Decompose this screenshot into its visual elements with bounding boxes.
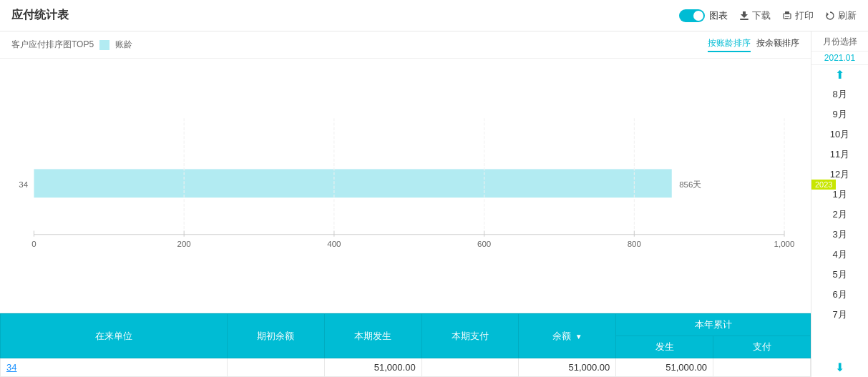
svg-rect-1 xyxy=(784,14,791,19)
download-button[interactable]: 下载 xyxy=(739,9,771,22)
sidebar-month-2[interactable]: 2月 xyxy=(811,205,868,225)
table-row: 34 51,000.00 51,000.00 51,000.00 xyxy=(1,358,811,377)
svg-text:600: 600 xyxy=(477,240,491,248)
sidebar-title: 月份选择 xyxy=(811,31,868,52)
svg-rect-3 xyxy=(785,16,789,17)
summary-table: 在来单位 期初余额 本期发生 本期支付 余额 ▼ 本年累计 发生 支付 xyxy=(0,313,811,377)
sidebar-month-4[interactable]: 4月 xyxy=(811,245,868,265)
svg-marker-5 xyxy=(826,12,829,16)
print-icon xyxy=(782,11,792,21)
svg-text:200: 200 xyxy=(177,240,191,248)
chart-toolbar: 客户应付排序图TOP5 账龄 按账龄排序 按余额排序 xyxy=(0,31,811,59)
refresh-button[interactable]: 刷新 xyxy=(825,9,857,22)
legend-text: 客户应付排序图TOP5 xyxy=(11,39,94,51)
chart-and-table-area: 客户应付排序图TOP5 账龄 按账龄排序 按余额排序 34 856天 xyxy=(0,31,811,377)
sidebar-month-10[interactable]: 10月 xyxy=(811,124,868,145)
col-header-opening: 期初余额 xyxy=(227,314,324,358)
summary-table-area: 在来单位 期初余额 本期发生 本期支付 余额 ▼ 本年累计 发生 支付 xyxy=(0,313,811,377)
chart-container: 34 856天 0 200 400 600 800 1, xyxy=(0,59,811,313)
col-header-balance: 余额 ▼ xyxy=(519,314,616,358)
year-badge: 2023 xyxy=(811,180,836,190)
sidebar-month-6[interactable]: 6月 xyxy=(811,285,868,305)
col-header-period-pay: 本期支付 xyxy=(421,314,519,358)
toggle-label: 图表 xyxy=(709,9,728,22)
download-label: 下载 xyxy=(752,9,771,22)
cell-balance: 51,000.00 xyxy=(519,358,616,377)
col-header-ytd-group: 本年累计 xyxy=(616,314,811,336)
svg-rect-4 xyxy=(785,18,788,19)
col-header-unit: 在来单位 xyxy=(1,314,228,358)
svg-text:0: 0 xyxy=(31,240,36,248)
unit-link[interactable]: 34 xyxy=(6,362,16,373)
chart-toggle-wrap[interactable]: 图表 xyxy=(679,9,728,22)
svg-text:1,000: 1,000 xyxy=(774,240,795,248)
bar-y-label: 34 xyxy=(19,180,28,189)
sidebar-down-arrow[interactable]: ⬇ xyxy=(811,358,868,377)
legend-box xyxy=(99,40,109,50)
cell-opening xyxy=(227,358,324,377)
sidebar-month-9[interactable]: 9月 xyxy=(811,104,868,124)
legend-box-label: 账龄 xyxy=(115,39,132,51)
bar-end-label: 856天 xyxy=(679,180,701,189)
header-actions: 图表 下载 打印 刷新 xyxy=(679,9,857,22)
sidebar-month-8[interactable]: 8月 xyxy=(811,84,868,104)
sidebar-collapse-button[interactable]: ▶ xyxy=(811,190,811,219)
cell-period-occur: 51,000.00 xyxy=(324,358,421,377)
sidebar-month-7[interactable]: 7月 xyxy=(811,305,868,325)
cell-period-pay xyxy=(421,358,519,377)
sidebar-month-5[interactable]: 5月 xyxy=(811,265,868,285)
main-content: 客户应付排序图TOP5 账龄 按账龄排序 按余额排序 34 856天 xyxy=(0,31,868,377)
page-title: 应付统计表 xyxy=(11,8,69,23)
page-header: 应付统计表 图表 下载 打印 刷新 xyxy=(0,0,868,31)
print-label: 打印 xyxy=(795,9,814,22)
sidebar-current-date[interactable]: 2021.01 xyxy=(811,52,868,65)
chart-legend: 客户应付排序图TOP5 账龄 xyxy=(11,39,132,51)
svg-rect-0 xyxy=(740,19,748,20)
refresh-label: 刷新 xyxy=(838,9,857,22)
print-button[interactable]: 打印 xyxy=(782,9,814,22)
cell-unit: 34 xyxy=(1,358,228,377)
refresh-icon xyxy=(825,11,835,21)
col-header-ytd-occur: 发生 xyxy=(616,336,713,358)
month-sidebar: ▶ 月份选择 2021.01 ⬆ 8月 9月 10月 11月 12月 2023 … xyxy=(811,31,868,377)
sort-by-balance-button[interactable]: 按余额排序 xyxy=(756,37,799,52)
sort-by-amount-button[interactable]: 按账龄排序 xyxy=(708,37,751,52)
cell-ytd-occur: 51,000.00 xyxy=(616,358,713,377)
sidebar-month-3[interactable]: 3月 xyxy=(811,225,868,245)
sort-buttons: 按账龄排序 按余额排序 xyxy=(708,37,799,52)
sidebar-month-11[interactable]: 11月 xyxy=(811,145,868,165)
cell-ytd-pay xyxy=(713,358,811,377)
download-icon xyxy=(739,11,749,21)
sidebar-months-list: 8月 9月 10月 11月 12月 2023 1月 2月 3月 4月 5月 6月… xyxy=(811,84,868,358)
svg-text:400: 400 xyxy=(327,240,341,248)
bar-chart-svg: 34 856天 0 200 400 600 800 1, xyxy=(11,66,799,305)
sidebar-up-arrow[interactable]: ⬆ xyxy=(811,65,868,84)
col-header-period-occur: 本期发生 xyxy=(324,314,421,358)
col-header-ytd-pay: 支付 xyxy=(713,336,811,358)
svg-text:800: 800 xyxy=(628,240,641,248)
bar-rect xyxy=(34,169,671,197)
svg-rect-2 xyxy=(785,11,789,14)
chart-toggle[interactable] xyxy=(679,9,705,22)
